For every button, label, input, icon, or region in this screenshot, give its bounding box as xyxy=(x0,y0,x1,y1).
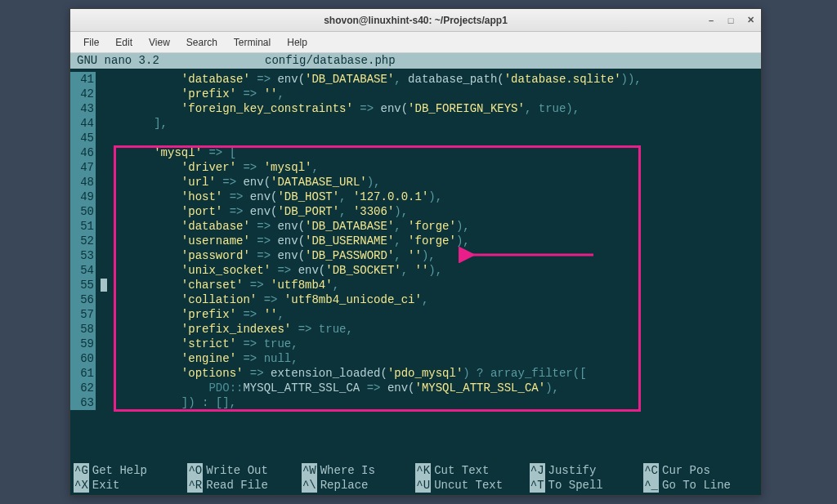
line-number: 52 xyxy=(70,234,96,248)
line-number: 51 xyxy=(70,219,96,234)
footer-to-spell[interactable]: ^TTo Spell xyxy=(530,478,643,493)
line-number: 58 xyxy=(70,322,96,337)
nano-header: GNU nano 3.2 config/database.php xyxy=(70,53,761,69)
menubar: File Edit View Search Terminal Help xyxy=(70,32,761,53)
line-number: 48 xyxy=(70,175,96,190)
terminal-area[interactable]: GNU nano 3.2 config/database.php 41 42 4… xyxy=(70,53,761,495)
line-number: 59 xyxy=(70,337,96,351)
nano-filename: config/database.php xyxy=(265,53,396,69)
code-content[interactable]: 'database' => env('DB_DATABASE', databas… xyxy=(99,72,761,410)
footer-cur-pos[interactable]: ^CCur Pos xyxy=(643,463,757,478)
footer-replace[interactable]: ^\Replace xyxy=(302,478,415,493)
editor-area[interactable]: 41 42 43 44 45 46 47 48 49 50 51 52 53 5… xyxy=(70,69,761,410)
code-line: PDO::MYSQL_ATTR_SSL_CA => env('MYSQL_ATT… xyxy=(99,381,761,395)
code-line: 'prefix_indexes' => true, xyxy=(99,322,761,337)
footer-write-out[interactable]: ^OWrite Out xyxy=(187,463,301,478)
text-cursor xyxy=(101,279,107,292)
footer-justify[interactable]: ^JJustify xyxy=(530,463,643,478)
minimize-button[interactable]: – xyxy=(705,15,717,26)
window-title: shovon@linuxhint-s40: ~/Projects/app1 xyxy=(324,15,508,26)
menu-file[interactable]: File xyxy=(77,34,105,51)
nano-footer: ^GGet Help ^OWrite Out ^WWhere Is ^KCut … xyxy=(70,463,761,495)
code-line: 'unix_socket' => env('DB_SOCKET', ''), xyxy=(99,263,761,278)
nano-app-name: GNU nano 3.2 xyxy=(77,53,265,69)
code-line: 'charset' => 'utf8mb4', xyxy=(99,278,761,292)
footer-get-help[interactable]: ^GGet Help xyxy=(74,463,187,478)
footer-go-to-line[interactable]: ^_Go To Line xyxy=(643,478,757,493)
line-number: 46 xyxy=(70,145,96,160)
code-line: 'mysql' => [ xyxy=(99,145,761,160)
footer-uncut-text[interactable]: ^UUncut Text xyxy=(415,478,529,493)
line-number-gutter: 41 42 43 44 45 46 47 48 49 50 51 52 53 5… xyxy=(70,72,99,410)
line-number: 41 xyxy=(70,72,96,87)
menu-view[interactable]: View xyxy=(142,34,177,51)
line-number: 56 xyxy=(70,292,96,307)
code-line: 'password' => env('DB_PASSWORD', ''), xyxy=(99,248,761,263)
line-number: 54 xyxy=(70,263,96,278)
line-number: 60 xyxy=(70,351,96,366)
line-number: 43 xyxy=(70,101,96,116)
code-line: 'driver' => 'mysql', xyxy=(99,160,761,175)
code-line: 'username' => env('DB_USERNAME', 'forge'… xyxy=(99,234,761,248)
code-line: 'foreign_key_constraints' => env('DB_FOR… xyxy=(99,101,761,116)
code-line: 'prefix' => '', xyxy=(99,87,761,101)
line-number: 47 xyxy=(70,160,96,175)
footer-where-is[interactable]: ^WWhere Is xyxy=(302,463,415,478)
line-number: 57 xyxy=(70,307,96,322)
line-number: 45 xyxy=(70,131,96,145)
code-line: 'port' => env('DB_PORT', '3306'), xyxy=(99,204,761,219)
code-line: 'options' => extension_loaded('pdo_mysql… xyxy=(99,366,761,381)
menu-search[interactable]: Search xyxy=(180,34,224,51)
code-line: 'database' => env('DB_DATABASE', 'forge'… xyxy=(99,219,761,234)
line-number: 63 xyxy=(70,395,96,410)
menu-terminal[interactable]: Terminal xyxy=(227,34,277,51)
terminal-window: shovon@linuxhint-s40: ~/Projects/app1 – … xyxy=(69,8,762,496)
line-number: 49 xyxy=(70,190,96,204)
code-line: 'url' => env('DATABASE_URL'), xyxy=(99,175,761,190)
footer-exit[interactable]: ^XExit xyxy=(74,478,187,493)
line-number: 62 xyxy=(70,381,96,395)
code-line: 'collation' => 'utf8mb4_unicode_ci', xyxy=(99,292,761,307)
line-number: 44 xyxy=(70,116,96,131)
footer-read-file[interactable]: ^RRead File xyxy=(187,478,301,493)
maximize-button[interactable]: □ xyxy=(725,15,736,26)
footer-cut-text[interactable]: ^KCut Text xyxy=(415,463,529,478)
code-line: 'strict' => true, xyxy=(99,337,761,351)
line-number: 55 xyxy=(70,278,96,292)
close-button[interactable]: ✕ xyxy=(745,15,756,26)
window-titlebar: shovon@linuxhint-s40: ~/Projects/app1 – … xyxy=(70,9,761,32)
code-line: 'prefix' => '', xyxy=(99,307,761,322)
line-number: 42 xyxy=(70,87,96,101)
line-number: 61 xyxy=(70,366,96,381)
code-line: 'host' => env('DB_HOST', '127.0.0.1'), xyxy=(99,190,761,204)
code-line: ], xyxy=(99,116,761,131)
code-line: 'database' => env('DB_DATABASE', databas… xyxy=(99,72,761,87)
code-line: 'engine' => null, xyxy=(99,351,761,366)
line-number: 53 xyxy=(70,248,96,263)
window-controls: – □ ✕ xyxy=(705,15,756,26)
code-line xyxy=(99,131,761,145)
line-number: 50 xyxy=(70,204,96,219)
menu-help[interactable]: Help xyxy=(280,34,314,51)
menu-edit[interactable]: Edit xyxy=(109,34,139,51)
code-line: ]) : [], xyxy=(99,395,761,410)
